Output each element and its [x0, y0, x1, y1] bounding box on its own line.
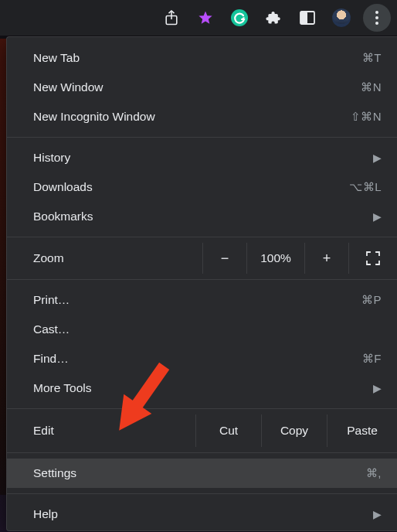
menu-label: Edit — [33, 424, 195, 438]
menu-item-history[interactable]: History ▶ — [7, 143, 397, 172]
star-icon — [197, 9, 214, 26]
menu-separator — [7, 237, 397, 237]
menu-label: Zoom — [33, 251, 202, 265]
menu-shortcut: ⌘N — [361, 80, 382, 94]
menu-separator — [7, 137, 397, 138]
menu-item-new-tab[interactable]: New Tab ⌘T — [7, 43, 397, 73]
menu-item-settings[interactable]: Settings ⌘, — [7, 459, 397, 488]
menu-item-print[interactable]: Print… ⌘P — [7, 285, 397, 315]
menu-item-cast[interactable]: Cast… — [7, 315, 397, 344]
profile-avatar-button[interactable] — [327, 4, 355, 32]
menu-shortcut: ⇧⌘N — [351, 110, 382, 124]
zoom-in-button[interactable]: + — [304, 243, 348, 274]
menu-label: New Window — [33, 80, 361, 94]
menu-item-help[interactable]: Help ▶ — [7, 500, 397, 529]
menu-label: New Tab — [33, 51, 362, 65]
bookmark-star-button[interactable] — [192, 4, 219, 32]
menu-item-zoom: Zoom − 100% + — [7, 243, 397, 274]
puzzle-icon — [266, 10, 281, 26]
menu-label: History — [33, 151, 367, 165]
side-panel-button[interactable] — [294, 4, 321, 32]
chrome-menu-button[interactable] — [363, 4, 391, 32]
edit-cut-button[interactable]: Cut — [195, 414, 261, 447]
edit-paste-button[interactable]: Paste — [327, 414, 397, 447]
submenu-caret-icon: ▶ — [373, 382, 382, 394]
menu-separator — [7, 279, 397, 280]
menu-shortcut: ⌘P — [361, 293, 382, 307]
avatar — [332, 9, 351, 27]
menu-label: Find… — [33, 352, 362, 366]
zoom-out-button[interactable]: − — [202, 243, 246, 274]
menu-shortcut: ⌘, — [366, 466, 382, 480]
menu-item-downloads[interactable]: Downloads ⌥⌘L — [7, 172, 397, 202]
zoom-value: 100% — [246, 243, 304, 274]
menu-item-edit: Edit Cut Copy Paste — [7, 414, 397, 447]
menu-label: Print… — [33, 293, 361, 307]
fullscreen-button[interactable] — [348, 243, 397, 274]
submenu-caret-icon: ▶ — [373, 508, 382, 520]
menu-item-bookmarks[interactable]: Bookmarks ▶ — [7, 202, 397, 231]
menu-separator — [7, 493, 397, 494]
kebab-menu-icon — [375, 11, 378, 14]
menu-shortcut: ⌘F — [362, 352, 382, 366]
menu-label: Bookmarks — [33, 210, 367, 223]
grammarly-extension-button[interactable] — [226, 4, 253, 32]
menu-label: New Incognito Window — [33, 110, 351, 124]
menu-separator — [7, 408, 397, 409]
extensions-button[interactable] — [260, 4, 287, 32]
share-button[interactable] — [158, 4, 185, 32]
menu-item-new-incognito[interactable]: New Incognito Window ⇧⌘N — [7, 102, 397, 131]
share-icon — [165, 10, 178, 26]
browser-toolbar — [0, 0, 397, 36]
minus-icon: − — [221, 251, 229, 267]
menu-label: More Tools — [33, 381, 367, 395]
menu-shortcut: ⌥⌘L — [349, 180, 382, 194]
submenu-caret-icon: ▶ — [373, 210, 382, 223]
chrome-main-menu: New Tab ⌘T New Window ⌘N New Incognito W… — [6, 36, 397, 531]
svg-rect-3 — [300, 12, 307, 24]
menu-label: Downloads — [33, 180, 349, 194]
fullscreen-icon — [366, 251, 380, 265]
menu-separator — [7, 452, 397, 453]
menu-item-find[interactable]: Find… ⌘F — [7, 344, 397, 373]
menu-item-more-tools[interactable]: More Tools ▶ — [7, 373, 397, 403]
menu-label: Cast… — [33, 322, 382, 336]
edit-copy-button[interactable]: Copy — [261, 414, 327, 447]
grammarly-icon — [230, 9, 249, 27]
reader-icon — [300, 11, 315, 25]
plus-icon: + — [323, 251, 331, 267]
menu-shortcut: ⌘T — [362, 51, 382, 65]
submenu-caret-icon: ▶ — [373, 152, 382, 164]
menu-label: Settings — [33, 466, 366, 480]
menu-label: Help — [33, 507, 367, 521]
menu-item-new-window[interactable]: New Window ⌘N — [7, 73, 397, 102]
